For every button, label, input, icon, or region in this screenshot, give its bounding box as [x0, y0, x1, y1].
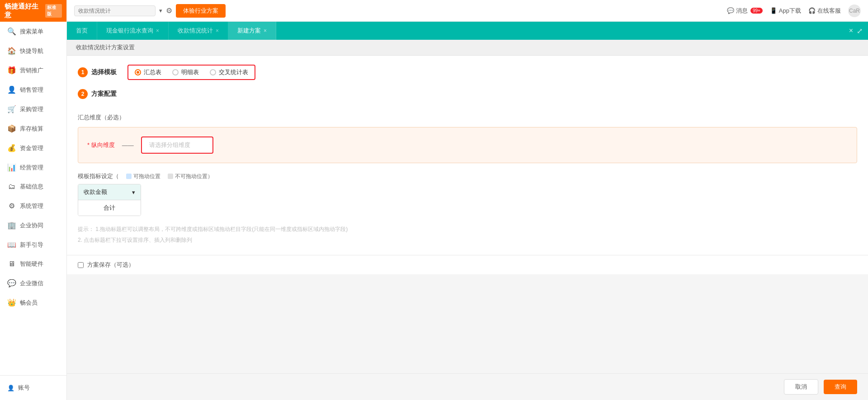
indicator-table: 收款金额 ▾ 合计: [78, 184, 141, 216]
sidebar-item-operations[interactable]: 📊 经营管理: [0, 158, 66, 177]
bottom-label: 账号: [18, 384, 30, 392]
window-close-btn[interactable]: ×: [849, 27, 853, 35]
sidebar-item-wechat[interactable]: 💬 企业微信: [0, 273, 66, 293]
header-right: 💬 消息 99+ 📱 App下载 🎧 在线客服 CaR: [727, 5, 861, 17]
basic-icon: 🗂: [7, 183, 16, 191]
avatar-text: CaR: [849, 8, 860, 14]
enterprise-icon: 🏢: [7, 221, 16, 230]
sidebar-item-guide[interactable]: 📖 新手引导: [0, 235, 66, 254]
sidebar-bottom-item[interactable]: 👤 账号: [0, 379, 66, 396]
sidebar-item-enterprise[interactable]: 🏢 企业协同: [0, 216, 66, 235]
page-title: 收款情况统计方案设置: [76, 44, 135, 51]
avatar[interactable]: CaR: [848, 5, 861, 17]
tab-new-plan-close[interactable]: ×: [264, 28, 267, 34]
save-label[interactable]: 方案保存（可选）: [87, 261, 134, 269]
basic-label: 基础信息: [20, 183, 43, 191]
sidebar-item-basic[interactable]: 🗂 基础信息: [0, 177, 66, 196]
tab-bank-flow-close[interactable]: ×: [156, 28, 159, 34]
sidebar-item-member[interactable]: 👑 畅会员: [0, 293, 66, 312]
indicator-dropdown-icon[interactable]: ▾: [132, 189, 135, 196]
message-badge: 99+: [750, 8, 763, 14]
app-download-action[interactable]: 📱 App下载: [770, 7, 801, 15]
page-title-bar: 收款情况统计方案设置: [67, 40, 868, 56]
movable-dot: [126, 174, 132, 179]
step2-badge: 2: [78, 89, 88, 99]
indicator-table-header[interactable]: 收款金额 ▾: [78, 184, 141, 200]
member-label: 畅会员: [20, 299, 38, 307]
logo-text: 畅捷通好生意: [5, 2, 43, 19]
window-controls: × ⤢: [844, 22, 868, 40]
message-icon: 💬: [727, 7, 734, 14]
sidebar-item-inventory[interactable]: 📦 库存核算: [0, 119, 66, 138]
hint-line-2: 2. 点击标题栏下拉可设置排序、插入列和删除列: [78, 235, 857, 245]
message-action[interactable]: 💬 消息 99+: [727, 7, 763, 15]
service-icon: 🎧: [808, 7, 816, 14]
radio-detail-label: 明细表: [181, 68, 199, 76]
dim-area: * 纵向维度 —— 请选择分组维度: [78, 127, 857, 163]
member-icon: 👑: [7, 298, 16, 307]
sidebar-item-finance[interactable]: 💰 资金管理: [0, 138, 66, 158]
dim-select[interactable]: 请选择分组维度: [141, 136, 213, 154]
window-maximize-btn[interactable]: ⤢: [857, 27, 863, 35]
radio-cross-label: 交叉统计表: [219, 68, 248, 76]
finance-icon: 💰: [7, 144, 16, 152]
dim-label: 汇总维度（必选）: [78, 113, 857, 122]
hint-line-1: 提示： 1.拖动标题栏可以调整布局，不可跨维度或指标区域拖动栏目字段(只能在同一…: [78, 225, 857, 235]
dropdown-icon[interactable]: ▾: [159, 7, 162, 14]
tab-bank-flow[interactable]: 现金银行流水查询×: [97, 22, 169, 40]
tab-collection-stats[interactable]: 收款情况统计×: [169, 22, 228, 40]
indicator-header: 模板指标设定（ 可拖动位置 不可拖动位置）: [78, 172, 857, 180]
enterprise-label: 企业协同: [20, 221, 43, 230]
radio-summary-dot[interactable]: [135, 69, 141, 75]
indicator-col-title: 收款金额: [84, 188, 107, 196]
step2-label: 方案配置: [91, 90, 118, 98]
sidebar-item-sales[interactable]: 👤 销售管理: [0, 80, 66, 99]
radio-cross[interactable]: 交叉统计表: [210, 68, 248, 76]
main-area: ▾ ⚙ 体验行业方案 💬 消息 99+ 📱 App下载 🎧 在线客服 CaR: [67, 0, 868, 400]
sidebar-item-marketing[interactable]: 🎁 营销推广: [0, 61, 66, 80]
breadcrumb-input[interactable]: [74, 5, 156, 16]
cancel-button[interactable]: 取消: [784, 379, 818, 395]
radio-summary-label: 汇总表: [144, 68, 161, 76]
radio-detail-dot[interactable]: [172, 69, 179, 75]
sidebar-item-search[interactable]: 🔍 搜索菜单: [0, 22, 66, 41]
sidebar-item-quick-nav[interactable]: 🏠 快捷导航: [0, 41, 66, 61]
app-icon: 📱: [770, 7, 777, 14]
step1-row: 1 选择模板 汇总表 明细表 交叉统计表: [78, 65, 857, 80]
sidebar-item-purchase[interactable]: 🛒 采购管理: [0, 99, 66, 119]
industry-btn[interactable]: 体验行业方案: [176, 4, 226, 18]
online-service-action[interactable]: 🎧 在线客服: [808, 7, 841, 15]
sidebar-logo: 畅捷通好生意 标准版: [0, 0, 66, 22]
operations-label: 经营管理: [20, 164, 43, 172]
wechat-icon: 💬: [7, 279, 16, 287]
radio-detail[interactable]: 明细表: [172, 68, 199, 76]
tab-collection-stats-close[interactable]: ×: [216, 28, 219, 34]
search-label: 搜索菜单: [20, 28, 43, 36]
query-button[interactable]: 查询: [824, 380, 857, 394]
tabs-bar: 首页现金银行流水查询×收款情况统计×新建方案× × ⤢: [67, 22, 868, 40]
operations-icon: 📊: [7, 163, 16, 172]
inventory-label: 库存核算: [20, 125, 43, 133]
save-checkbox[interactable]: [78, 262, 84, 268]
step1-badge: 1: [78, 67, 88, 77]
tab-new-plan[interactable]: 新建方案×: [228, 22, 276, 40]
settings-icon[interactable]: ⚙: [166, 6, 172, 15]
tab-home[interactable]: 首页: [67, 22, 97, 40]
sales-label: 销售管理: [20, 86, 43, 94]
online-service-label: 在线客服: [817, 7, 841, 15]
marketing-icon: 🎁: [7, 66, 16, 75]
inventory-icon: 📦: [7, 124, 16, 133]
quick-nav-label: 快捷导航: [20, 47, 43, 55]
radio-cross-dot[interactable]: [210, 69, 216, 75]
content-area: 收款情况统计方案设置 1 选择模板 汇总表 明细表: [67, 40, 868, 373]
hardware-label: 智能硬件: [20, 260, 43, 268]
hardware-icon: 🖥: [7, 260, 16, 268]
dim-row-label: * 纵向维度: [87, 141, 115, 149]
sidebar-item-system[interactable]: ⚙ 系统管理: [0, 196, 66, 216]
sidebar-item-hardware[interactable]: 🖥 智能硬件: [0, 254, 66, 273]
radio-summary[interactable]: 汇总表: [135, 68, 161, 76]
marketing-label: 营销推广: [20, 66, 43, 75]
top-header: ▾ ⚙ 体验行业方案 💬 消息 99+ 📱 App下载 🎧 在线客服 CaR: [67, 0, 868, 22]
tab-bank-flow-label: 现金银行流水查询: [106, 27, 153, 35]
purchase-label: 采购管理: [20, 105, 43, 113]
